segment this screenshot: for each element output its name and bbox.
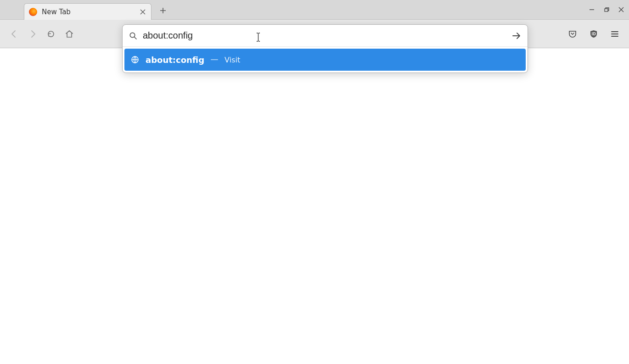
suggestion-action: Visit xyxy=(225,56,240,64)
globe-icon xyxy=(131,56,139,64)
browser-tab[interactable]: New Tab xyxy=(24,3,152,20)
suggestion-text: about:config xyxy=(146,55,204,65)
forward-button[interactable] xyxy=(25,26,40,42)
reload-button[interactable] xyxy=(43,26,59,42)
urlbar: about:config Visit xyxy=(122,24,528,73)
page-content xyxy=(0,48,629,364)
close-tab-button[interactable] xyxy=(139,8,146,16)
svg-rect-0 xyxy=(605,9,608,11)
search-icon xyxy=(129,32,137,40)
urlbar-input-row xyxy=(123,25,528,47)
toolbar-right-icons: ID xyxy=(565,26,623,42)
navigation-toolbar: about:config Visit ID xyxy=(0,20,629,48)
home-button[interactable] xyxy=(62,26,77,42)
suggestion-separator xyxy=(211,59,218,60)
address-input[interactable] xyxy=(143,30,505,41)
firefox-logo-icon xyxy=(29,8,37,16)
urlbar-dropdown: about:config Visit xyxy=(122,24,528,73)
window-controls xyxy=(588,0,625,19)
maximize-button[interactable] xyxy=(602,6,611,14)
menu-button[interactable] xyxy=(607,26,623,42)
close-window-button[interactable] xyxy=(617,6,625,14)
pocket-button[interactable] xyxy=(565,26,580,42)
svg-text:ID: ID xyxy=(591,32,596,36)
tab-title: New Tab xyxy=(42,8,135,16)
go-button[interactable] xyxy=(510,29,523,42)
back-button[interactable] xyxy=(6,26,22,42)
minimize-button[interactable] xyxy=(588,6,596,14)
titlebar: New Tab xyxy=(0,0,629,20)
new-tab-button[interactable] xyxy=(156,4,170,17)
url-suggestion[interactable]: about:config Visit xyxy=(124,49,526,71)
ublock-button[interactable]: ID xyxy=(586,26,601,42)
